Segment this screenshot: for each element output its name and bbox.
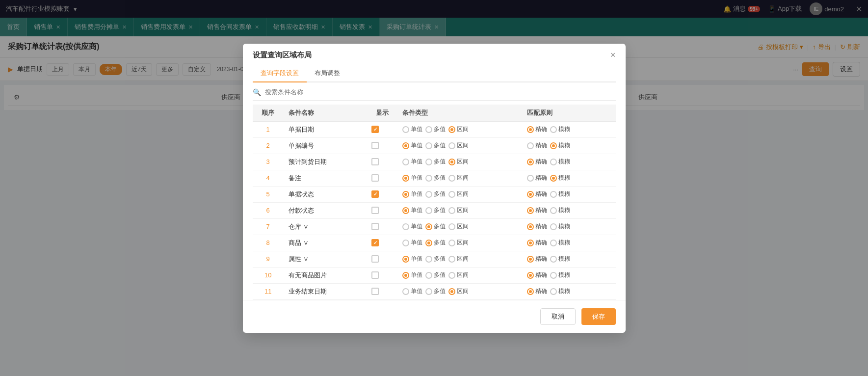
modal-tab-fields[interactable]: 查询字段设置 [253, 65, 307, 82]
modal-tabs: 查询字段设置 布局调整 [253, 65, 616, 82]
modal-title: 设置查询区域布局 [253, 51, 312, 60]
modal-overlay: 设置查询区域布局 × 查询字段设置 布局调整 🔍 顺序 条件名称 [0, 0, 868, 114]
col-name: 条件名称 [284, 105, 367, 114]
modal-header: 设置查询区域布局 × [243, 44, 626, 60]
modal-table-wrap: 顺序 条件名称 显示 条件类型 匹配原则 1单据日期单值多值区间精确模糊2单据编… [253, 105, 616, 114]
search-input[interactable] [265, 88, 616, 96]
search-icon: 🔍 [253, 88, 261, 96]
settings-modal: 设置查询区域布局 × 查询字段设置 布局调整 🔍 顺序 条件名称 [243, 44, 626, 114]
conditions-table: 顺序 条件名称 显示 条件类型 匹配原则 1单据日期单值多值区间精确模糊2单据编… [253, 105, 616, 114]
modal-close-btn[interactable]: × [610, 51, 616, 59]
col-show: 显示 [367, 105, 397, 114]
modal-tab-layout[interactable]: 布局调整 [307, 65, 348, 82]
modal-search-bar: 🔍 [253, 88, 616, 101]
col-match: 匹配原则 [522, 105, 615, 114]
col-type: 条件类型 [397, 105, 522, 114]
col-order: 顺序 [253, 105, 284, 114]
